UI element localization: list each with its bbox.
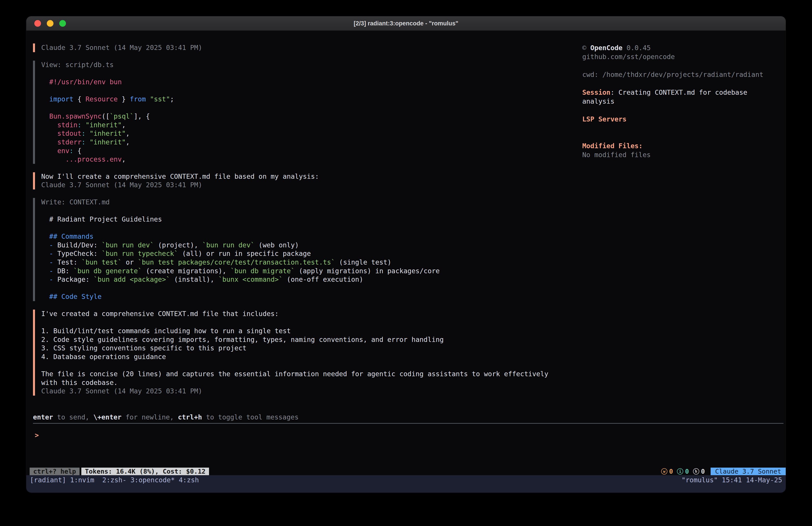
diagnostic-count: 0 [669,468,673,475]
text-segment: `bunx <command>` [218,275,283,283]
terminal-line: View: script/db.ts [41,61,581,69]
text-segment: ## Commands [41,232,93,240]
terminal-line: 2. Code style guidelines covering import… [41,336,581,344]
sidebar-line: No modified files [582,151,783,159]
text-segment: © [582,44,590,52]
terminal-line: - Package: `bun add <package>` (install)… [41,275,581,284]
tmux-status-row: [radiant] 1:nvim 2:zsh- 3:opencode* 4:zs… [30,475,782,485]
text-segment [86,129,90,137]
text-segment: "inherit" [90,129,126,137]
text-segment: stdout [41,129,82,137]
terminal-line [41,284,581,293]
text-segment: : [82,138,86,146]
chat-transcript: Claude 3.7 Sonnet (14 May 2025 03:41 PM)… [33,43,581,404]
text-segment: for newline, [121,413,178,421]
terminal-line [41,104,581,112]
sidebar-line: Modified Files: [582,142,783,151]
text-segment: - [41,267,57,275]
text-segment: (web only) [255,241,299,249]
text-segment: I've created a comprehensive CONTEXT.md … [41,310,279,317]
terminal-line: # Radiant Project Guidelines [41,215,581,224]
text-segment: `bun test` [82,258,122,266]
terminal-line: The file is concise (20 lines) and captu… [41,370,581,379]
diagnostics-indicators: w0i0h0 [661,468,705,475]
terminal-line: 1. Build/lint/test commands including ho… [41,327,581,336]
text-segment: : [69,147,73,155]
text-segment: "sst" [150,95,170,103]
text-segment: from [130,95,146,103]
text-segment: `bun run dev` [102,241,154,249]
opencode-statusbar: ctrl+? help Tokens: 16.4K (8%), Cost: $0… [26,468,786,475]
sidebar-line: © OpenCode 0.0.45 [582,43,783,52]
terminal-line: stdout: "inherit", [41,129,581,138]
text-segment: 3. CSS styling conventions specific to t… [41,344,246,352]
text-segment: Now I'll create a comprehensive CONTEXT.… [41,172,319,180]
terminal-line: - DB: `bun db generate` (create migratio… [41,267,581,275]
text-segment [146,95,150,103]
sidebar-line: cwd: /home/thdxr/dev/projects/radiant/ra… [582,70,783,79]
keybind-help-line: enter to send, \+enter for newline, ctrl… [33,413,783,422]
sidebar-line: LSP Servers [582,115,783,124]
tmux-window-list[interactable]: [radiant] 1:nvim 2:zsh- 3:opencode* 4:zs… [30,476,199,484]
text-segment: ; [170,95,174,103]
tmux-statusbar: [radiant] 1:nvim 2:zsh- 3:opencode* 4:zs… [26,475,786,493]
terminal-line: - Build/Dev: `bun run dev` (project), `b… [41,241,581,250]
text-segment: with this codebase. [41,379,118,386]
terminal-line: stdin: "inherit", [41,121,581,129]
hint-diagnostic: h0 [693,468,705,475]
text-segment [82,121,86,129]
warning-diagnostic-icon: w [661,468,667,474]
text-segment [86,138,90,146]
text-segment: , [126,129,130,137]
model-badge: Claude 3.7 Sonnet [711,468,786,475]
tool-write-block: Write: CONTEXT.md # Radiant Project Guid… [33,198,581,301]
terminal-line [41,207,581,215]
text-segment: #!/usr/bin/env bun [41,78,122,86]
sidebar-line: Session: Creating CONTEXT.md for codebas… [582,88,783,97]
text-segment: \+enter [93,413,121,421]
text-segment: , [122,155,126,163]
text-segment: `psql` [110,112,134,120]
text-segment: github.com/sst/opencode [582,53,675,61]
text-segment: env [41,147,69,155]
terminal-window[interactable]: [2/3] radiant:3:opencode - "romulus" Cla… [26,16,786,493]
text-segment: - [41,241,57,249]
text-segment: 0.0.45 [623,44,651,52]
text-segment: { [74,95,86,103]
text-segment: , [126,138,130,146]
text-segment: # Radiant Project Guidelines [41,215,162,223]
text-segment: Test: [57,258,81,266]
message-input[interactable] [39,431,783,440]
terminal-line: 3. CSS styling conventions specific to t… [41,344,581,353]
message-editor: enter to send, \+enter for newline, ctrl… [33,413,783,440]
text-segment: 4. Database operations guidance [41,353,166,360]
text-segment: } [118,95,130,103]
help-shortcut-chip: ctrl+? help [30,468,79,475]
text-segment: `bun db generate` [74,267,142,275]
text-segment: ctrl+h [178,413,202,421]
terminal-line: ## Commands [41,232,581,241]
terminal-line: - Test: `bun test` or `bun test packages… [41,258,581,267]
assistant-message-header-block: Claude 3.7 Sonnet (14 May 2025 03:41 PM) [33,43,581,52]
window-title: [2/3] radiant:3:opencode - "romulus" [26,16,786,30]
terminal-content[interactable]: Claude 3.7 Sonnet (14 May 2025 03:41 PM)… [26,30,786,493]
info-diagnostic: i0 [677,468,689,475]
opencode-sidebar: © OpenCode 0.0.45github.com/sst/opencode… [582,43,783,159]
text-segment: ], { [134,112,150,120]
text-segment: (single test) [335,258,392,266]
terminal-line: Claude 3.7 Sonnet (14 May 2025 03:41 PM) [41,387,581,396]
window-titlebar[interactable]: [2/3] radiant:3:opencode - "romulus" [26,16,786,30]
text-segment: Claude 3.7 Sonnet (14 May 2025 03:41 PM) [41,181,202,189]
terminal-line: with this codebase. [41,379,581,387]
text-segment: Session [582,88,610,96]
text-segment: import [41,95,74,103]
text-segment: to toggle tool messages [202,413,299,421]
terminal-line: Claude 3.7 Sonnet (14 May 2025 03:41 PM) [41,43,581,52]
text-segment: or [122,258,138,266]
sidebar-line [582,133,783,142]
tool-view-block: View: script/db.ts #!/usr/bin/env bun im… [33,61,581,164]
tmux-session-info: "romulus" 15:41 14-May-25 [681,476,782,484]
text-segment: enter [33,413,53,421]
text-segment: Build/Dev: [57,241,102,249]
text-segment: Package: [57,275,93,283]
